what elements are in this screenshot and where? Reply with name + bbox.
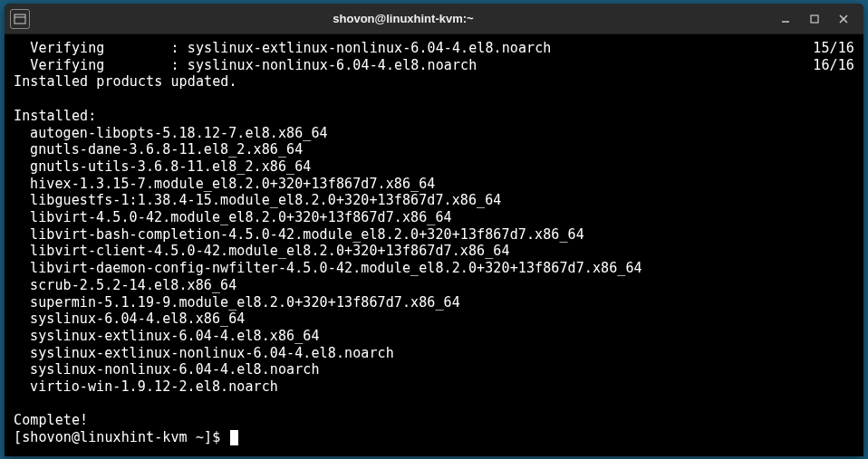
cursor bbox=[230, 430, 238, 445]
verify-count: 16/16 bbox=[813, 57, 854, 74]
close-button[interactable] bbox=[829, 8, 858, 30]
blank-line bbox=[14, 396, 854, 413]
minimize-button[interactable] bbox=[771, 8, 800, 30]
updated-line: Installed products updated. bbox=[14, 73, 854, 91]
installed-item: libvirt-client-4.5.0-42.module_el8.2.0+3… bbox=[14, 243, 854, 260]
maximize-button[interactable] bbox=[800, 8, 829, 30]
installed-header: Installed: bbox=[14, 108, 854, 125]
installed-item: hivex-1.3.15-7.module_el8.2.0+320+13f867… bbox=[14, 176, 854, 193]
terminal-window: shovon@linuxhint-kvm:~ Verifying : sysli… bbox=[5, 4, 863, 456]
installed-item: libvirt-bash-completion-4.5.0-42.module_… bbox=[14, 226, 854, 244]
installed-item: syslinux-extlinux-nonlinux-6.04-4.el8.no… bbox=[14, 345, 854, 362]
prompt-line: [shovon@linuxhint-kvm ~]$ bbox=[14, 429, 854, 446]
verify-line: Verifying : syslinux-extlinux-nonlinux-6… bbox=[14, 40, 854, 57]
verify-package: syslinux-extlinux-nonlinux-6.04-4.el8.no… bbox=[188, 40, 552, 57]
shell-prompt: [shovon@linuxhint-kvm ~]$ bbox=[14, 429, 228, 446]
verify-count: 15/16 bbox=[813, 40, 854, 57]
installed-item: virtio-win-1.9.12-2.el8.noarch bbox=[14, 378, 854, 396]
complete-line: Complete! bbox=[14, 412, 854, 429]
verify-line: Verifying : syslinux-nonlinux-6.04-4.el8… bbox=[14, 57, 854, 74]
verify-package: syslinux-nonlinux-6.04-4.el8.noarch bbox=[188, 57, 477, 74]
installed-item: libvirt-4.5.0-42.module_el8.2.0+320+13f8… bbox=[14, 209, 854, 226]
verify-label: Verifying : bbox=[14, 57, 188, 74]
installed-item: supermin-5.1.19-9.module_el8.2.0+320+13f… bbox=[14, 294, 854, 311]
installed-item: gnutls-utils-3.6.8-11.el8_2.x86_64 bbox=[14, 158, 854, 176]
installed-item: libguestfs-1:1.38.4-15.module_el8.2.0+32… bbox=[14, 192, 854, 209]
installed-item: syslinux-nonlinux-6.04-4.el8.noarch bbox=[14, 361, 854, 378]
verify-label: Verifying : bbox=[14, 40, 188, 57]
terminal-content[interactable]: Verifying : syslinux-extlinux-nonlinux-6… bbox=[5, 34, 863, 452]
installed-item: scrub-2.5.2-14.el8.x86_64 bbox=[14, 277, 854, 294]
installed-item: autogen-libopts-5.18.12-7.el8.x86_64 bbox=[14, 125, 854, 142]
svg-rect-3 bbox=[811, 15, 818, 23]
window-title: shovon@linuxhint-kvm:~ bbox=[35, 12, 771, 25]
installed-item: gnutls-dane-3.6.8-11.el8_2.x86_64 bbox=[14, 141, 854, 158]
installed-item: syslinux-extlinux-6.04-4.el8.x86_64 bbox=[14, 328, 854, 345]
titlebar: shovon@linuxhint-kvm:~ bbox=[5, 4, 863, 34]
installed-item: syslinux-6.04-4.el8.x86_64 bbox=[14, 311, 854, 328]
svg-rect-0 bbox=[14, 14, 25, 24]
window-controls bbox=[771, 8, 858, 30]
blank-line bbox=[14, 91, 854, 108]
terminal-menu-icon[interactable] bbox=[10, 9, 30, 29]
installed-item: libvirt-daemon-config-nwfilter-4.5.0-42.… bbox=[14, 260, 854, 277]
